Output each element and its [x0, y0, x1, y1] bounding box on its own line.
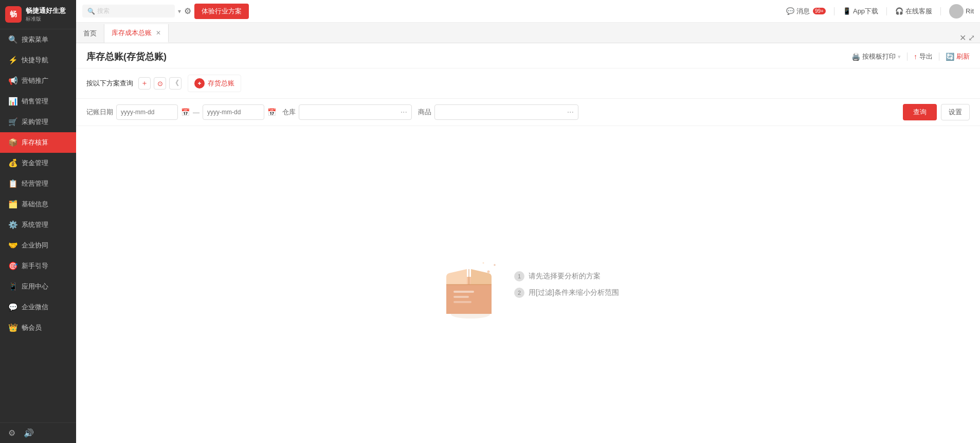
sidebar-bottom: ⚙ 🔊 — [0, 422, 76, 443]
filter-scheme-label: 按以下方案查询 — [86, 79, 133, 88]
message-btn[interactable]: 💬 消息 99+ — [786, 7, 826, 16]
refresh-label: 刷新 — [956, 52, 970, 61]
online-service-btn[interactable]: 🎧 在线客服 — [895, 7, 932, 16]
sidebar-item-wechat[interactable]: 💬 企业微信 — [0, 297, 76, 317]
filter-edit-btn[interactable]: ⊙ — [154, 77, 166, 90]
sidebar-item-inventory[interactable]: 📦 库存核算 — [0, 132, 76, 153]
schema-tag[interactable]: 存货总账 — [188, 75, 241, 92]
sidebar-item-operation[interactable]: 📋 经营管理 — [0, 173, 76, 194]
sidebar-item-label: 应用中心 — [22, 282, 48, 291]
topbar-search-box[interactable]: 🔍 搜索 — [82, 5, 175, 17]
inventory-icon: 📦 — [8, 138, 17, 147]
sidebar-item-purchase[interactable]: 🛒 采购管理 — [0, 112, 76, 132]
sidebar-item-label: 采购管理 — [22, 117, 48, 127]
sidebar-item-label: 搜索菜单 — [22, 35, 48, 44]
sidebar-item-finance[interactable]: 💰 资金管理 — [0, 153, 76, 173]
schema-tag-label: 存货总账 — [208, 79, 234, 88]
sidebar-logo: 畅 畅捷通好生意 标准版 — [0, 0, 76, 29]
message-badge: 99+ — [813, 8, 826, 14]
settings-bottom-icon[interactable]: ⚙ — [8, 428, 15, 438]
search-icon: 🔍 — [87, 8, 95, 15]
sidebar-item-search[interactable]: 🔍 搜索菜单 — [0, 29, 76, 50]
svg-point-12 — [483, 262, 484, 264]
app-logo-icon: 畅 — [5, 6, 22, 23]
sidebar-item-newbie[interactable]: 🎯 新手引导 — [0, 256, 76, 276]
goods-label: 商品 — [418, 108, 431, 117]
operation-icon: 📋 — [8, 179, 17, 188]
sidebar-item-quicknav[interactable]: ⚡ 快捷导航 — [0, 50, 76, 70]
refresh-icon: 🔄 — [946, 52, 954, 61]
purchase-icon: 🛒 — [8, 117, 17, 127]
date-end-input[interactable] — [203, 104, 264, 120]
sales-icon: 📊 — [8, 97, 17, 106]
sidebar-item-label: 经营管理 — [22, 179, 48, 188]
sidebar-item-member[interactable]: 👑 畅会员 — [0, 317, 76, 338]
member-icon: 👑 — [8, 323, 17, 332]
online-service-label: 在线客服 — [905, 7, 932, 16]
tabbar-expand-icon[interactable]: ⤢ — [968, 33, 975, 43]
page-title: 库存总账(存货总账) — [86, 50, 167, 63]
hint-text-2: 用[过滤]条件来缩小分析范围 — [529, 288, 619, 297]
topbar-search-area: 🔍 搜索 ▾ ⚙ 体验行业方案 — [82, 4, 782, 19]
warehouse-label: 仓库 — [282, 108, 296, 117]
tabbar-close-btn[interactable]: ✕ — [959, 33, 966, 43]
page-header: 库存总账(存货总账) 🖨️ 按模板打印 ▾ ↑ 导出 🔄 刷新 — [76, 43, 980, 68]
sidebar-item-label: 营销推广 — [22, 76, 48, 85]
svg-point-10 — [487, 271, 490, 273]
page-header-actions: 🖨️ 按模板打印 ▾ ↑ 导出 🔄 刷新 — [851, 52, 970, 61]
tab-home[interactable]: 首页 — [76, 24, 104, 43]
export-btn[interactable]: ↑ 导出 — [914, 52, 933, 61]
sidebar-item-basic[interactable]: 🗂️ 基础信息 — [0, 194, 76, 215]
tabbar: 首页 库存成本总账 ✕ ✕ ⤢ — [76, 23, 980, 43]
industry-btn[interactable]: 体验行业方案 — [194, 4, 249, 19]
tab-inventory-ledger[interactable]: 库存成本总账 ✕ — [104, 24, 169, 43]
tab-close-icon[interactable]: ✕ — [156, 29, 161, 37]
calendar-start-icon[interactable]: 📅 — [181, 108, 190, 116]
warehouse-select[interactable]: ··· — [299, 104, 412, 120]
refresh-btn[interactable]: 🔄 刷新 — [946, 52, 970, 61]
date-start-input[interactable] — [116, 104, 178, 120]
print-template-btn[interactable]: 🖨️ 按模板打印 ▾ — [851, 52, 901, 61]
filter-add-btn[interactable]: ＋ — [138, 77, 151, 90]
empty-text: 1 请先选择要分析的方案 2 用[过滤]条件来缩小分析范围 — [514, 271, 619, 298]
query-button[interactable]: 查询 — [903, 104, 937, 120]
date-separator: — — [193, 109, 199, 116]
export-icon: ↑ — [914, 52, 917, 61]
basic-icon: 🗂️ — [8, 200, 17, 209]
wechat-icon: 💬 — [8, 303, 17, 312]
settings-button[interactable]: 设置 — [941, 104, 970, 120]
warehouse-more-icon[interactable]: ··· — [401, 108, 407, 117]
dropdown-chevron-icon[interactable]: ▾ — [178, 8, 181, 15]
calendar-end-icon[interactable]: 📅 — [267, 108, 276, 116]
goods-more-icon[interactable]: ··· — [567, 108, 574, 117]
user-avatar-btn[interactable]: Rit — [949, 4, 974, 19]
goods-select[interactable]: ··· — [434, 104, 578, 120]
sidebar: 畅 畅捷通好生意 标准版 🔍 搜索菜单 ⚡ 快捷导航 📢 营销推广 📊 销售管理… — [0, 0, 76, 443]
sidebar-item-appcenter[interactable]: 📱 应用中心 — [0, 276, 76, 297]
hint-number-2: 2 — [514, 288, 524, 298]
phone-icon: 📱 — [843, 7, 851, 15]
sidebar-item-marketing[interactable]: 📢 营销推广 — [0, 70, 76, 91]
sidebar-item-system[interactable]: ⚙️ 系统管理 — [0, 215, 76, 235]
app-logo-text: 畅捷通好生意 标准版 — [26, 7, 66, 22]
app-download-btn[interactable]: 📱 App下载 — [843, 7, 878, 16]
chevron-down-icon: ▾ — [898, 54, 901, 60]
sidebar-item-sales[interactable]: 📊 销售管理 — [0, 91, 76, 112]
sidebar-item-label: 库存核算 — [22, 138, 48, 147]
headset-icon: 🎧 — [895, 7, 903, 15]
empty-state: 1 请先选择要分析的方案 2 用[过滤]条件来缩小分析范围 — [76, 126, 980, 443]
filter-collapse-btn[interactable]: 《 — [169, 77, 182, 90]
sidebar-item-label: 企业微信 — [22, 303, 48, 312]
empty-svg — [437, 254, 504, 321]
quicknav-icon: ⚡ — [8, 56, 17, 65]
message-label: 消息 — [796, 7, 810, 16]
schema-tag-icon — [194, 78, 205, 88]
hint-text-1: 请先选择要分析的方案 — [529, 272, 601, 281]
newbie-icon: 🎯 — [8, 261, 17, 271]
sidebar-item-label: 资金管理 — [22, 158, 48, 168]
sidebar-item-coop[interactable]: 🤝 企业协同 — [0, 235, 76, 256]
audio-bottom-icon[interactable]: 🔊 — [24, 428, 34, 438]
gear-icon[interactable]: ⚙ — [184, 6, 191, 16]
sidebar-item-label: 系统管理 — [22, 220, 48, 229]
empty-hint-2: 2 用[过滤]条件来缩小分析范围 — [514, 288, 619, 298]
